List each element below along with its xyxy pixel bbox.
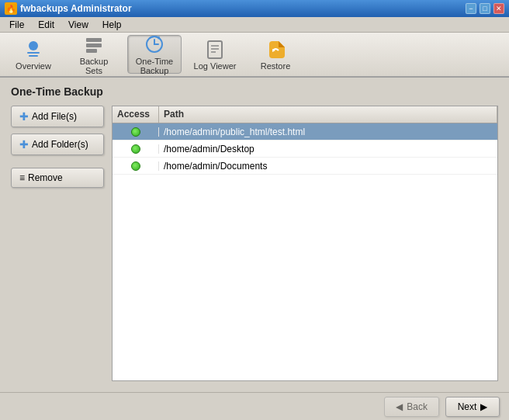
path-cell: /home/admin/public_html/test.html xyxy=(159,127,497,137)
backup-sets-label: Backup Sets xyxy=(71,57,117,75)
file-list-container: Access Path /home/admin/public_html/test… xyxy=(112,106,498,381)
file-list[interactable]: /home/admin/public_html/test.html /home/… xyxy=(113,123,497,380)
add-files-icon: ✚ xyxy=(19,110,29,123)
file-row[interactable]: /home/admin/Desktop xyxy=(113,141,497,158)
svg-rect-5 xyxy=(86,49,97,53)
next-button[interactable]: Next ▶ xyxy=(445,397,500,417)
minimize-button[interactable]: − xyxy=(466,3,476,14)
header-path: Path xyxy=(159,106,497,123)
toolbar-one-time-backup[interactable]: One-Time Backup xyxy=(127,35,182,74)
access-ok-icon xyxy=(131,144,140,154)
maximize-button[interactable]: □ xyxy=(480,3,490,14)
log-viewer-icon xyxy=(204,38,226,60)
remove-label: Remove xyxy=(28,172,63,183)
svg-rect-2 xyxy=(29,55,38,57)
restore-icon xyxy=(265,38,286,60)
menu-edit[interactable]: Edit xyxy=(32,18,61,32)
restore-label: Restore xyxy=(261,61,291,71)
window-title: fwbackups Administrator xyxy=(20,3,132,14)
next-icon: ▶ xyxy=(480,401,487,412)
content-area: One-Time Backup ✚ Add File(s) ✚ Add Fold… xyxy=(0,78,509,392)
add-files-label: Add File(s) xyxy=(32,111,77,122)
main-layout: ✚ Add File(s) ✚ Add Folder(s) ≡ Remove A… xyxy=(11,106,498,381)
add-folders-icon: ✚ xyxy=(19,138,29,151)
file-row[interactable]: /home/admin/Documents xyxy=(113,158,497,175)
title-bar-left: 🔥 fwbackups Administrator xyxy=(5,2,132,15)
access-cell xyxy=(113,161,159,171)
file-list-header: Access Path xyxy=(113,106,497,123)
back-button[interactable]: ◀ Back xyxy=(384,397,439,417)
overview-label: Overview xyxy=(16,61,51,71)
path-cell: /home/admin/Desktop xyxy=(159,144,497,154)
window-controls[interactable]: − □ ✕ xyxy=(466,3,504,14)
header-access: Access xyxy=(113,106,159,123)
menu-bar: File Edit View Help xyxy=(0,17,509,33)
svg-point-0 xyxy=(29,41,38,50)
add-folders-button[interactable]: ✚ Add Folder(s) xyxy=(11,134,104,155)
menu-file[interactable]: File xyxy=(3,18,30,32)
menu-view[interactable]: View xyxy=(62,18,95,32)
back-label: Back xyxy=(407,401,428,412)
access-ok-icon xyxy=(131,161,140,171)
close-button[interactable]: ✕ xyxy=(493,3,504,14)
svg-rect-1 xyxy=(27,52,40,54)
side-buttons: ✚ Add File(s) ✚ Add Folder(s) ≡ Remove xyxy=(11,106,104,381)
log-viewer-label: Log Viewer xyxy=(194,61,237,71)
remove-button[interactable]: ≡ Remove xyxy=(11,168,104,188)
access-cell xyxy=(113,127,159,137)
toolbar: Overview Backup Sets One-Time Backup xyxy=(0,33,509,78)
access-ok-icon xyxy=(131,127,140,137)
svg-rect-3 xyxy=(86,38,102,42)
file-row[interactable]: /home/admin/public_html/test.html xyxy=(113,123,497,141)
backup-sets-icon xyxy=(83,33,105,55)
add-folders-label: Add Folder(s) xyxy=(32,139,88,150)
bottom-bar: ◀ Back Next ▶ xyxy=(0,392,509,420)
path-cell: /home/admin/Documents xyxy=(159,161,497,172)
toolbar-log-viewer[interactable]: Log Viewer xyxy=(188,35,242,74)
next-label: Next xyxy=(458,401,477,412)
back-icon: ◀ xyxy=(396,401,403,412)
svg-rect-8 xyxy=(208,41,222,58)
access-cell xyxy=(113,144,159,154)
one-time-backup-icon xyxy=(144,33,165,55)
toolbar-backup-sets[interactable]: Backup Sets xyxy=(67,35,121,74)
one-time-backup-label: One-Time Backup xyxy=(131,57,178,75)
page-title: One-Time Backup xyxy=(11,85,498,98)
toolbar-restore[interactable]: Restore xyxy=(248,35,303,74)
app-icon: 🔥 xyxy=(5,2,17,15)
toolbar-overview[interactable]: Overview xyxy=(6,35,61,74)
overview-icon xyxy=(23,38,44,60)
remove-icon: ≡ xyxy=(19,172,25,183)
title-bar: 🔥 fwbackups Administrator − □ ✕ xyxy=(0,0,509,17)
svg-rect-4 xyxy=(86,43,102,47)
menu-help[interactable]: Help xyxy=(96,18,128,32)
add-files-button[interactable]: ✚ Add File(s) xyxy=(11,106,104,127)
